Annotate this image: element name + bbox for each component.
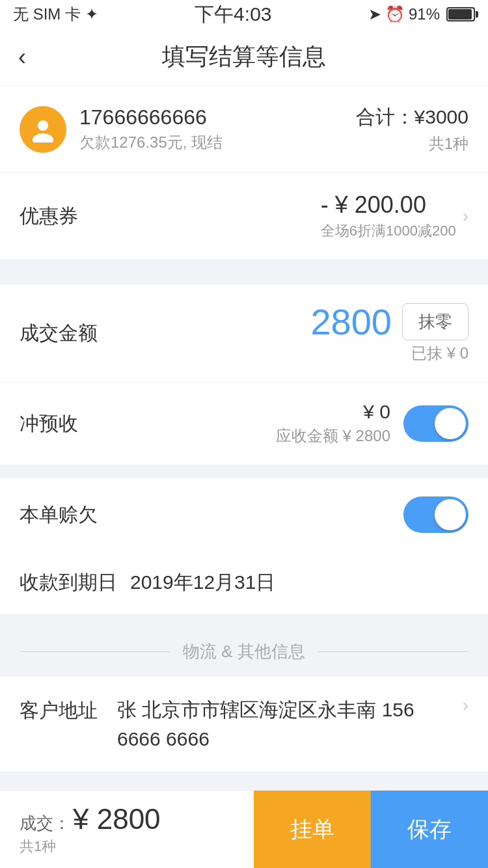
page-header: ‹ 填写结算等信息 bbox=[0, 29, 488, 86]
coupon-desc: 全场6折满1000减200 bbox=[321, 221, 456, 241]
customer-left: 17666666666 欠款1276.35元, 现结 bbox=[20, 105, 223, 153]
bottom-bar: 成交： ¥ 2800 共1种 挂单 保存 bbox=[0, 790, 488, 868]
svg-point-1 bbox=[33, 133, 53, 142]
battery-percent: 91% bbox=[409, 5, 440, 23]
logistics-line-left bbox=[20, 651, 170, 652]
address-value: 张 北京市市辖区海淀区永丰南 156 6666 6666 bbox=[117, 695, 463, 753]
battery-icon bbox=[446, 7, 475, 21]
deal-amount-right: 2800 抹零 已抹 ¥ 0 bbox=[310, 303, 468, 364]
deal-amount-value: 2800 bbox=[310, 304, 392, 340]
customer-card: 17666666666 欠款1276.35元, 现结 合计：¥3000 共1种 … bbox=[0, 86, 488, 259]
page-title: 填写结算等信息 bbox=[162, 41, 326, 73]
avatar bbox=[20, 106, 66, 153]
coupon-info: - ¥ 200.00 全场6折满1000减200 bbox=[321, 191, 456, 241]
due-date-label: 收款到期日 bbox=[20, 569, 117, 596]
due-date-row: 收款到期日 2019年12月31日 bbox=[0, 551, 488, 614]
section-divider-3 bbox=[0, 614, 488, 627]
prepay-label: 冲预收 bbox=[20, 411, 78, 437]
prepay-row: 冲预收 ¥ 0 应收金额 ¥ 2800 bbox=[0, 383, 488, 465]
bottom-summary: 成交： ¥ 2800 共1种 bbox=[0, 803, 254, 856]
status-bar: 无 SIM 卡 ✦ 下午4:03 ➤ ⏰ 91% bbox=[0, 0, 488, 29]
prepay-toggle[interactable] bbox=[403, 405, 468, 442]
coupon-right: - ¥ 200.00 全场6折满1000减200 › bbox=[321, 191, 468, 241]
deal-amount-label: 成交金额 bbox=[20, 320, 98, 347]
debt-toggle[interactable] bbox=[403, 496, 468, 533]
address-chevron-icon: › bbox=[463, 695, 468, 716]
back-button[interactable]: ‹ bbox=[18, 44, 26, 71]
bottom-deal-amount: ¥ 2800 bbox=[73, 803, 161, 835]
deal-amount-card: 成交金额 2800 抹零 已抹 ¥ 0 冲预收 ¥ 0 应收金额 ¥ 2800 bbox=[0, 285, 488, 465]
customer-info: 17666666666 欠款1276.35元, 现结 bbox=[79, 105, 223, 153]
due-date-value: 2019年12月31日 bbox=[130, 569, 275, 596]
status-right: ➤ ⏰ 91% bbox=[368, 5, 475, 23]
coupon-row[interactable]: 优惠券 - ¥ 200.00 全场6折满1000减200 › bbox=[0, 172, 488, 259]
prepay-amount: ¥ 0 bbox=[276, 401, 390, 423]
prepay-amount-info: ¥ 0 应收金额 ¥ 2800 bbox=[276, 401, 390, 446]
status-left: 无 SIM 卡 ✦ bbox=[13, 4, 98, 25]
amount-erased: 已抹 ¥ 0 bbox=[310, 343, 468, 364]
debt-toggle-knob bbox=[435, 499, 466, 530]
toggle-knob bbox=[435, 408, 466, 439]
logistics-text: 物流 & 其他信息 bbox=[183, 640, 305, 663]
customer-row: 17666666666 欠款1276.35元, 现结 合计：¥3000 共1种 bbox=[0, 86, 488, 172]
save-button[interactable]: 保存 bbox=[371, 791, 488, 869]
logistics-line-right bbox=[318, 651, 468, 652]
deal-amount-row: 成交金额 2800 抹零 已抹 ¥ 0 bbox=[0, 285, 488, 383]
debt-label: 本单赊欠 bbox=[20, 502, 98, 528]
total-count: 共1种 bbox=[356, 133, 468, 154]
customer-total: 合计：¥3000 共1种 bbox=[356, 104, 468, 154]
location-icon: ➤ bbox=[368, 5, 381, 23]
main-content: 17666666666 欠款1276.35元, 现结 合计：¥3000 共1种 … bbox=[0, 86, 488, 863]
prepay-receivable: 应收金额 ¥ 2800 bbox=[276, 426, 390, 446]
sim-label: 无 SIM 卡 ✦ bbox=[13, 4, 98, 25]
total-amount: 合计：¥3000 bbox=[356, 104, 468, 131]
customer-debt: 欠款1276.35元, 现结 bbox=[79, 132, 223, 153]
section-divider-2 bbox=[0, 465, 488, 478]
section-divider-1 bbox=[0, 272, 488, 285]
deal-amount-value-row: 2800 抹零 bbox=[310, 303, 468, 340]
chevron-right-icon: › bbox=[463, 206, 468, 226]
clock-icon: ⏰ bbox=[385, 5, 405, 23]
customer-phone: 17666666666 bbox=[79, 105, 223, 129]
logistics-divider: 物流 & 其他信息 bbox=[0, 627, 488, 676]
hang-button[interactable]: 挂单 bbox=[254, 791, 371, 869]
address-row[interactable]: 客户地址 张 北京市市辖区海淀区永丰南 156 6666 6666 › bbox=[0, 676, 488, 772]
prepay-right: ¥ 0 应收金额 ¥ 2800 bbox=[276, 401, 468, 446]
status-time: 下午4:03 bbox=[195, 1, 271, 28]
bottom-deal-row: 成交： ¥ 2800 bbox=[20, 803, 234, 835]
coupon-label: 优惠券 bbox=[20, 203, 78, 230]
round-zero-button[interactable]: 抹零 bbox=[402, 303, 468, 340]
debt-card: 本单赊欠 收款到期日 2019年12月31日 bbox=[0, 478, 488, 614]
debt-row: 本单赊欠 bbox=[0, 478, 488, 551]
bottom-deal-label: 成交： bbox=[20, 812, 70, 835]
coupon-discount: - ¥ 200.00 bbox=[321, 191, 456, 219]
svg-point-0 bbox=[38, 120, 48, 131]
address-label: 客户地址 bbox=[20, 695, 98, 724]
bottom-count: 共1种 bbox=[20, 837, 234, 856]
